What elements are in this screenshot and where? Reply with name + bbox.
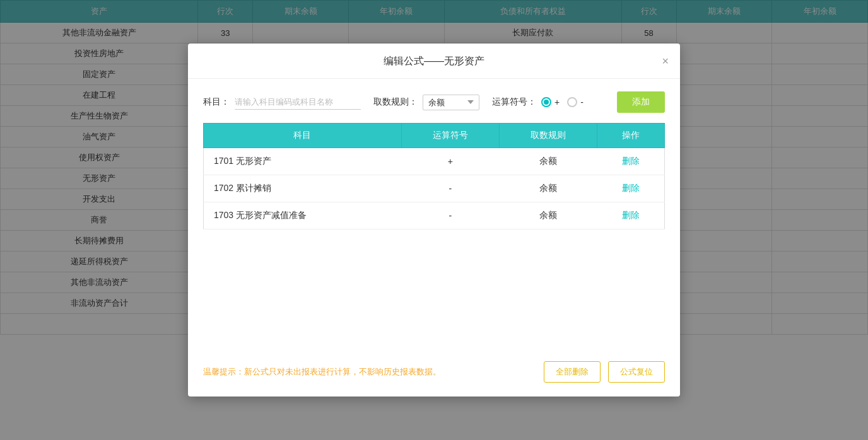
table-cell-rule: 余额 xyxy=(500,148,597,175)
table-cell-subject: 1701 无形资产 xyxy=(204,148,402,175)
delete-link[interactable]: 删除 xyxy=(622,210,640,220)
operator-options: + - xyxy=(541,97,584,107)
footer-buttons: 全部删除 公式复位 xyxy=(544,361,665,383)
table-row: 1701 无形资产+余额删除 xyxy=(204,148,665,175)
data-table: 科目运算符号取数规则操作 1701 无形资产+余额删除1702 累计摊销-余额删… xyxy=(203,123,665,229)
table-header-cell: 科目 xyxy=(204,124,402,148)
delete-link[interactable]: 删除 xyxy=(622,183,640,193)
operator-plus-option[interactable]: + xyxy=(541,97,560,107)
delete-all-button[interactable]: 全部删除 xyxy=(544,361,601,383)
table-row: 1702 累计摊销-余额删除 xyxy=(204,175,665,202)
rule-select[interactable]: 余额 借方 贷方 借方发生额 贷方发生额 xyxy=(423,95,479,110)
table-cell-action: 删除 xyxy=(597,175,665,202)
subject-group: 科目： xyxy=(203,95,361,110)
modal-footer: 温馨提示：新公式只对未出报表进行计算，不影响历史报表数据。 全部删除 公式复位 xyxy=(188,349,680,397)
delete-link[interactable]: 删除 xyxy=(622,156,640,166)
table-cell-action: 删除 xyxy=(597,148,665,175)
operator-minus-radio[interactable] xyxy=(567,97,577,107)
table-row: 1703 无形资产减值准备-余额删除 xyxy=(204,202,665,229)
table-cell-operator: - xyxy=(401,202,499,229)
table-cell-rule: 余额 xyxy=(500,175,597,202)
reset-button[interactable]: 公式复位 xyxy=(608,361,665,383)
table-header-cell: 取数规则 xyxy=(500,124,597,148)
modal-header: 编辑公式——无形资产 × xyxy=(188,43,680,79)
operator-plus-radio[interactable] xyxy=(541,97,551,107)
table-cell-rule: 余额 xyxy=(500,202,597,229)
operator-label: 运算符号： xyxy=(492,96,536,108)
table-cell-operator: + xyxy=(401,148,499,175)
subject-label: 科目： xyxy=(203,96,230,108)
operator-minus-label: - xyxy=(580,97,584,107)
table-area: 科目运算符号取数规则操作 1701 无形资产+余额删除1702 累计摊销-余额删… xyxy=(188,123,680,349)
modal-overlay: 编辑公式——无形资产 × 科目： 取数规则： 余额 借方 贷方 借方发生额 贷方… xyxy=(0,0,868,440)
rule-select-wrap: 余额 借方 贷方 借方发生额 贷方发生额 xyxy=(423,95,479,110)
modal-title: 编辑公式——无形资产 xyxy=(384,55,484,66)
table-cell-subject: 1703 无形资产减值准备 xyxy=(204,202,402,229)
table-cell-operator: - xyxy=(401,175,499,202)
operator-minus-option[interactable]: - xyxy=(567,97,584,107)
rule-group: 取数规则： 余额 借方 贷方 借方发生额 贷方发生额 xyxy=(373,95,479,110)
modal-close-button[interactable]: × xyxy=(662,55,669,67)
operator-group: 运算符号： + - xyxy=(492,96,584,108)
table-cell-action: 删除 xyxy=(597,202,665,229)
subject-input[interactable] xyxy=(235,95,361,110)
form-row: 科目： 取数规则： 余额 借方 贷方 借方发生额 贷方发生额 运算符号： xyxy=(188,79,680,123)
table-header-cell: 操作 xyxy=(597,124,665,148)
footer-tip: 温馨提示：新公式只对未出报表进行计算，不影响历史报表数据。 xyxy=(203,366,441,378)
add-button[interactable]: 添加 xyxy=(617,91,665,113)
table-header-cell: 运算符号 xyxy=(401,124,499,148)
operator-plus-label: + xyxy=(554,97,560,107)
rule-label: 取数规则： xyxy=(373,96,418,108)
modal-dialog: 编辑公式——无形资产 × 科目： 取数规则： 余额 借方 贷方 借方发生额 贷方… xyxy=(188,43,680,397)
table-cell-subject: 1702 累计摊销 xyxy=(204,175,402,202)
